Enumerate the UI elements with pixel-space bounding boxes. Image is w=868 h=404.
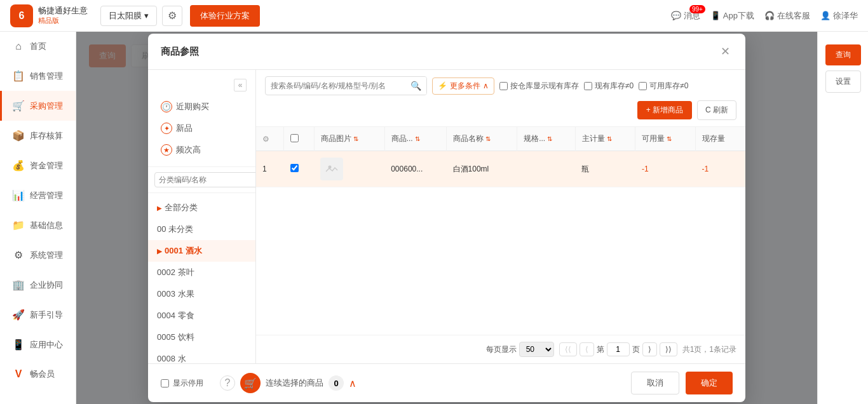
sort-icon-img[interactable]: ⇅ [353, 135, 358, 142]
sort-icon-name[interactable]: ⇅ [485, 135, 491, 142]
recent-purchase-item[interactable]: 🕐 近期购买 [154, 97, 249, 117]
cart-collapse-arrow[interactable]: ∧ [349, 377, 356, 389]
gear-button[interactable]: ⚙ [162, 6, 182, 26]
cell-name: 白酒100ml [447, 151, 517, 187]
product-search-input[interactable] [266, 81, 405, 90]
filter-stock-ne0-check[interactable]: 现有库存≠0 [584, 81, 634, 91]
top-nav: 6 畅捷通好生意 精品版 日太阳膜 ▾ ⚙ 体验行业方案 💬 消息 99+ 📱 … [0, 0, 868, 32]
try-industry-btn[interactable]: 体验行业方案 [190, 5, 260, 27]
filter-warehouse-check[interactable]: 按仓库显示现有库存 [499, 81, 579, 91]
category-list: ▶ 全部分类 00 未分类 ▶ 0001 酒水 0002 茶 [148, 193, 255, 363]
sidebar-item-operation[interactable]: 📊 经营管理 [0, 180, 76, 210]
sidebar-item-member[interactable]: V 畅会员 [0, 360, 76, 389]
th-checkbox [284, 127, 314, 151]
th-spec: 规格...⇅ [517, 127, 576, 151]
sidebar-item-sales[interactable]: 📋 销售管理 [0, 61, 76, 91]
finance-icon: 💰 [12, 159, 25, 172]
sidebar-item-finance[interactable]: 💰 资金管理 [0, 151, 76, 180]
sidebar-item-purchase[interactable]: 🛒 采购管理 [0, 91, 76, 121]
rsp-settings-btn[interactable]: 设置 [825, 71, 861, 93]
sidebar: ⌂ 首页 📋 销售管理 🛒 采购管理 📦 库存核算 💰 资金管理 📊 经营管理 … [0, 32, 76, 404]
refresh-btn[interactable]: C 刷新 [697, 100, 736, 120]
prev-page-btn[interactable]: ⟨ [580, 342, 594, 356]
guide-icon: 🚀 [12, 309, 25, 321]
cell-unit: 瓶 [575, 151, 635, 187]
sort-icon-available[interactable]: ⇅ [667, 135, 672, 142]
modal-close-btn[interactable]: ✕ [717, 44, 733, 59]
confirm-btn[interactable]: 确定 [686, 372, 733, 394]
frequent-item[interactable]: ★ 频次高 [154, 140, 249, 160]
cart-icon: 🛒 [240, 373, 261, 393]
show-disabled-check[interactable]: 显示停用 [161, 378, 203, 389]
online-service-btn[interactable]: 🎧 在线客服 [764, 10, 810, 22]
filter-available-ne0-check[interactable]: 可用库存≠0 [639, 81, 688, 91]
cat-0003[interactable]: 0003 水果 [148, 283, 255, 305]
cat-0001[interactable]: ▶ 0001 酒水 [148, 240, 255, 262]
sidebar-item-apps[interactable]: 📱 应用中心 [0, 330, 76, 360]
help-icon[interactable]: ? [220, 375, 235, 391]
cat-0004[interactable]: 0004 零食 [148, 305, 255, 327]
more-filter-btn[interactable]: ⚡ 更多条件 ∧ [432, 77, 494, 95]
cart-area[interactable]: ? 🛒 连续选择的商品 0 ∧ [220, 373, 356, 393]
rsp-buttons-group: 查询 设置 [822, 38, 864, 99]
page-number-input[interactable] [607, 342, 630, 356]
basic-icon: 📁 [12, 219, 25, 231]
cat-0002[interactable]: 0002 茶叶 [148, 262, 255, 283]
home-icon: ⌂ [12, 41, 25, 52]
cell-checkbox[interactable] [284, 151, 314, 187]
category-search-box: 🔍 [148, 167, 255, 193]
cat-all[interactable]: ▶ 全部分类 [148, 197, 255, 219]
left-panel: « 🕐 近期购买 ✦ 新品 ★ [148, 70, 256, 363]
rsp-query-btn[interactable]: 查询 [825, 44, 861, 65]
sort-icon-code[interactable]: ⇅ [415, 135, 420, 142]
nav-selector[interactable]: 日太阳膜 ▾ [100, 6, 157, 26]
sidebar-item-system[interactable]: ⚙ 系统管理 [0, 240, 76, 270]
last-page-btn[interactable]: ⟩⟩ [660, 342, 677, 356]
th-img: 商品图片⇅ [314, 127, 384, 151]
sidebar-item-guide[interactable]: 🚀 新手引导 [0, 300, 76, 330]
sidebar-item-enterprise[interactable]: 🏢 企业协同 [0, 270, 76, 300]
star-icon: ★ [161, 144, 172, 156]
show-disabled-checkbox[interactable] [161, 379, 169, 387]
new-product-item[interactable]: ✦ 新品 [154, 118, 249, 138]
modal-header: 商品参照 ✕ [148, 34, 745, 70]
first-page-btn[interactable]: ⟨⟨ [559, 342, 577, 356]
product-search-icon[interactable]: 🔍 [405, 77, 426, 95]
brand-text: 畅捷通好生意 精品版 [38, 6, 88, 26]
sort-icon-unit[interactable]: ⇅ [607, 135, 612, 142]
user-avatar[interactable]: 👤 徐泽华 [820, 10, 858, 22]
app-download-btn[interactable]: 📱 App下载 [710, 10, 754, 22]
cat-arrow-all: ▶ [157, 205, 162, 212]
add-product-btn[interactable]: + 新增商品 [637, 101, 692, 119]
sales-icon: 📋 [12, 70, 25, 82]
sidebar-item-home[interactable]: ⌂ 首页 [0, 32, 76, 61]
message-btn[interactable]: 💬 消息 99+ [671, 10, 700, 22]
sidebar-item-basic[interactable]: 📁 基础信息 [0, 210, 76, 240]
message-icon: 💬 [671, 11, 681, 20]
th-name: 商品名称⇅ [447, 127, 517, 151]
page-navigation: ⟨⟨ ⟨ 第 页 ⟩ ⟩⟩ [559, 342, 677, 356]
next-page-btn[interactable]: ⟩ [642, 342, 657, 356]
table-settings-icon[interactable]: ⚙ [262, 135, 269, 144]
th-stock: 现存量 [695, 127, 745, 151]
total-info: 共1页，1条记录 [682, 344, 736, 355]
th-settings[interactable]: ⚙ [256, 127, 284, 151]
sort-icon-spec[interactable]: ⇅ [547, 135, 552, 142]
row-checkbox[interactable] [290, 164, 299, 172]
sidebar-item-inventory[interactable]: 📦 库存核算 [0, 121, 76, 151]
cat-0008[interactable]: 0008 水 [148, 348, 255, 363]
table-row[interactable]: 1 000600... 白酒100ml 瓶 -1 -1 [256, 151, 745, 187]
inventory-icon: 📦 [12, 130, 25, 142]
cancel-btn[interactable]: 取消 [631, 372, 679, 394]
cat-00[interactable]: 00 未分类 [148, 219, 255, 240]
product-table-wrap: ⚙ 商品图片⇅ 商品...⇅ [256, 127, 745, 335]
chevron-up-icon: ∧ [483, 81, 489, 90]
cell-stock: -1 [695, 151, 745, 187]
category-search-input[interactable] [154, 172, 256, 187]
select-all-checkbox[interactable] [290, 134, 299, 142]
per-page-dropdown[interactable]: 50 20 100 [519, 342, 554, 357]
logo-icon: 6 [10, 4, 33, 27]
collapse-panel-btn[interactable]: « [234, 79, 247, 91]
cat-0005[interactable]: 0005 饮料 [148, 327, 255, 348]
modal-title: 商品参照 [161, 46, 199, 58]
